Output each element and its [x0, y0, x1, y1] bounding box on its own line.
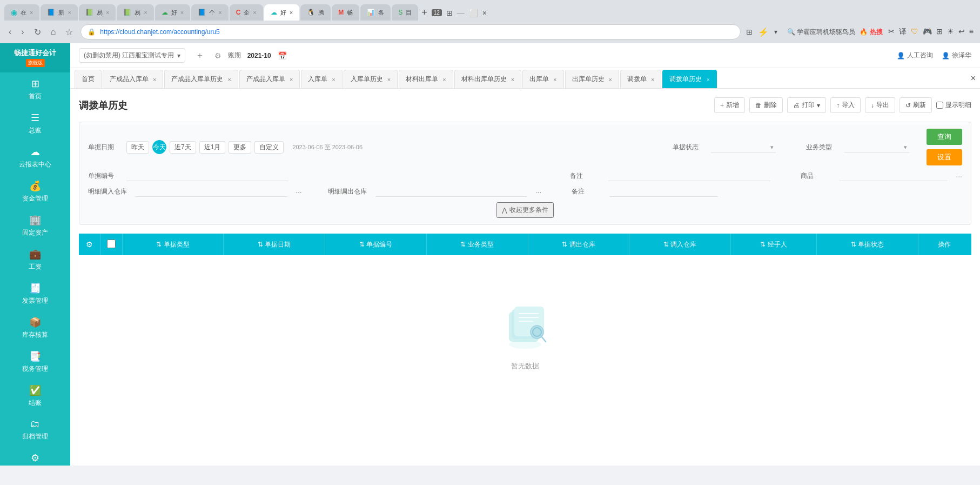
- tab-transfer-close[interactable]: ×: [651, 76, 654, 83]
- col-in-warehouse[interactable]: ⇅ 调入仓库: [629, 234, 731, 255]
- maximize-btn[interactable]: ⬜: [469, 9, 478, 17]
- brightness-btn[interactable]: ☀: [947, 27, 954, 37]
- tab-product-in-history[interactable]: 产成品入库单历史 ×: [164, 70, 238, 88]
- detail-out-input[interactable]: [375, 187, 527, 197]
- date-btn-more[interactable]: 更多: [229, 141, 251, 154]
- select-all-checkbox[interactable]: [107, 240, 116, 248]
- shield-btn[interactable]: 🛡: [911, 27, 918, 37]
- game-btn[interactable]: 🎮: [923, 27, 932, 37]
- back-btn[interactable]: ‹: [6, 25, 14, 39]
- scissors-icon[interactable]: ✂: [888, 27, 895, 37]
- translate-btn[interactable]: 译: [899, 27, 907, 37]
- sidebar-item-reports[interactable]: ☁ 云报表中心: [0, 141, 70, 175]
- tab-out-order-history-close[interactable]: ×: [609, 76, 612, 83]
- add-tab-btn[interactable]: +: [421, 7, 427, 18]
- tab-material-out-history-close[interactable]: ×: [511, 76, 514, 83]
- tab-product-in-history-close[interactable]: ×: [227, 76, 231, 83]
- add-company-btn[interactable]: +: [192, 48, 207, 63]
- browser-tab-11[interactable]: 📊 各: [360, 4, 391, 21]
- sidebar-item-salary[interactable]: 💼 工资: [0, 243, 70, 277]
- tab-product-in[interactable]: 产成品入库单 ×: [103, 70, 163, 88]
- tab-in-order[interactable]: 入库单 ×: [301, 70, 342, 88]
- browser-tab-1[interactable]: ◉ 在 ×: [4, 4, 39, 21]
- new-btn[interactable]: + 新增: [714, 97, 745, 113]
- company-selector[interactable]: (勿删勿禁用) 江西服宝测试专用 ▾: [79, 48, 185, 63]
- user-avatar[interactable]: 👤 徐泽华: [942, 51, 971, 60]
- refresh-btn[interactable]: ↺ 刷新: [900, 97, 932, 113]
- col-biz-type[interactable]: ⇅ 业务类型: [426, 234, 528, 255]
- goods-more-btn[interactable]: ···: [956, 172, 962, 181]
- goods-input[interactable]: [839, 171, 947, 181]
- sidebar-item-archive[interactable]: 🗂 归档管理: [0, 413, 70, 447]
- tab-material-out-close[interactable]: ×: [442, 76, 446, 83]
- forward-btn[interactable]: ›: [19, 25, 26, 39]
- col-doc-no[interactable]: ⇅ 单据编号: [325, 234, 427, 255]
- detail-in-input[interactable]: [136, 187, 287, 197]
- sidebar-item-capital[interactable]: 💰 资金管理: [0, 175, 70, 209]
- date-btn-7days[interactable]: 近7天: [170, 141, 196, 154]
- tab-transfer-history-close[interactable]: ×: [706, 76, 709, 83]
- display-toggle-checkbox[interactable]: [936, 102, 943, 109]
- browser-tab-12[interactable]: S 目: [392, 4, 418, 21]
- date-btn-1month[interactable]: 近1月: [199, 141, 226, 154]
- print-btn[interactable]: 🖨 打印 ▾: [787, 97, 826, 113]
- dropdown-arrow[interactable]: ▾: [774, 28, 777, 36]
- biz-type-select[interactable]: [844, 142, 909, 152]
- browser-tab-9[interactable]: 🐧 腾: [300, 4, 331, 21]
- close-window-btn[interactable]: ×: [482, 9, 487, 17]
- sidebar-item-inventory[interactable]: 📦 库存核算: [0, 311, 70, 345]
- address-input-bar[interactable]: 🔒 https://cloud.chanjet.com/accounting/u…: [80, 24, 741, 39]
- remark-input[interactable]: [608, 171, 770, 181]
- date-btn-today[interactable]: 今天: [152, 140, 166, 154]
- sidebar-item-settle[interactable]: ✅ 结账: [0, 379, 70, 413]
- close-all-tabs-btn[interactable]: ×: [966, 71, 980, 85]
- bookmark-btn[interactable]: ☆: [63, 25, 75, 39]
- browser-tab-5[interactable]: ☁ 好 ×: [155, 4, 190, 21]
- browser-tab-4[interactable]: 📗 易 ×: [117, 4, 153, 21]
- tab-material-out-history[interactable]: 材料出库单历史 ×: [454, 70, 521, 88]
- table-gear-icon[interactable]: ⚙: [86, 240, 93, 249]
- detail-out-more-btn[interactable]: ···: [535, 188, 542, 196]
- sidebar-item-invoice[interactable]: 🧾 发票管理: [0, 277, 70, 311]
- col-doc-type[interactable]: ⇅ 单据类型: [122, 234, 224, 255]
- query-btn[interactable]: 查询: [927, 129, 962, 145]
- lightning-btn[interactable]: ⚡: [758, 27, 769, 37]
- browser-tab-6[interactable]: 📘 个 ×: [191, 4, 228, 21]
- calendar-icon[interactable]: 📅: [278, 51, 287, 60]
- sidebar-item-ledger[interactable]: ☰ 总账: [0, 107, 70, 141]
- col-handler[interactable]: ⇅ 经手人: [731, 234, 817, 255]
- gear-settings-icon[interactable]: ⚙: [214, 51, 221, 60]
- docno-input[interactable]: [126, 171, 288, 181]
- display-toggle[interactable]: 显示明细: [936, 101, 971, 110]
- col-out-warehouse[interactable]: ⇅ 调出仓库: [528, 234, 629, 255]
- tab-out-order-close[interactable]: ×: [553, 76, 556, 83]
- tab-transfer[interactable]: 调拨单 ×: [620, 70, 661, 88]
- sidebar-item-home[interactable]: ⊞ 首页: [0, 72, 70, 107]
- collapse-btn[interactable]: ⋀ 收起更多条件: [496, 202, 554, 218]
- browser-tab-8[interactable]: ☁ 好 ×: [264, 4, 299, 21]
- tab-product-in-close[interactable]: ×: [153, 76, 156, 83]
- support-btn[interactable]: 👤 人工咨询: [897, 51, 933, 60]
- detail-in-more-btn[interactable]: ···: [296, 188, 302, 196]
- sidebar-item-assets[interactable]: 🏢 固定资产: [0, 209, 70, 243]
- sidebar-item-tax[interactable]: 📑 税务管理: [0, 345, 70, 379]
- tab-in-order-history[interactable]: 入库单历史 ×: [344, 70, 398, 88]
- date-btn-custom[interactable]: 自定义: [254, 141, 284, 154]
- browser-tab-7[interactable]: C 企 ×: [230, 4, 263, 21]
- tab-list-btn[interactable]: ⊞: [446, 9, 453, 17]
- undo-btn[interactable]: ↩: [958, 27, 965, 37]
- browser-tab-10[interactable]: M 畅: [332, 4, 359, 21]
- tab-out-order-history[interactable]: 出库单历史 ×: [565, 70, 619, 88]
- status-select[interactable]: [711, 142, 776, 152]
- export-btn[interactable]: ↓ 导出: [865, 97, 895, 113]
- browser-tab-2[interactable]: 📘 新 ×: [41, 4, 77, 21]
- tab-out-order[interactable]: 出库单 ×: [522, 70, 563, 88]
- menu-btn[interactable]: ≡: [969, 27, 974, 37]
- grid-btn[interactable]: ⊞: [936, 27, 943, 37]
- col-doc-date[interactable]: ⇅ 单据日期: [224, 234, 325, 255]
- tab-product-in2[interactable]: 产成品入库单 ×: [239, 70, 300, 88]
- note-input[interactable]: [610, 187, 718, 197]
- tab-in-order-history-close[interactable]: ×: [387, 76, 391, 83]
- col-doc-status[interactable]: ⇅ 单据状态: [816, 234, 918, 255]
- home-btn[interactable]: ⌂: [49, 25, 58, 39]
